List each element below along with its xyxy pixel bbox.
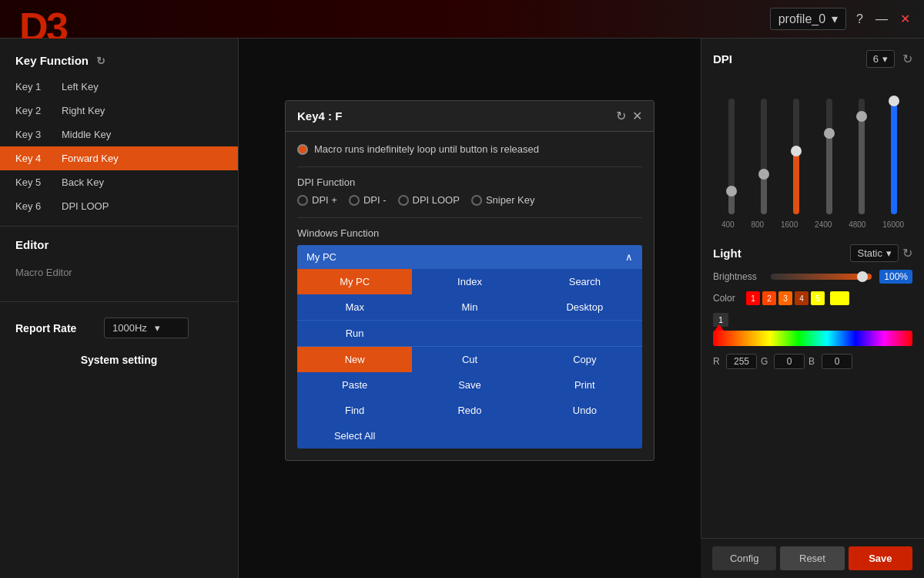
- menu-item-mypc[interactable]: My PC: [297, 269, 412, 294]
- menu-grid-row2: Max Min Desktop: [297, 294, 642, 320]
- menu-grid-row3: Run: [297, 320, 642, 346]
- key-row-key3[interactable]: Key 3 Middle Key: [0, 123, 238, 146]
- modal-overlay: Key4 : F ↻ ✕ Macro runs indefinitely loo…: [239, 39, 701, 578]
- chevron-down-icon: ▾: [882, 53, 888, 65]
- b-label: B: [808, 356, 818, 367]
- refresh-icon[interactable]: ↻: [96, 55, 105, 67]
- dropdown-menu: My PC Index Search Max Min Desktop Run: [297, 269, 642, 449]
- key-row-key2[interactable]: Key 2 Right Key: [0, 99, 238, 123]
- menu-item-save[interactable]: Save: [412, 372, 527, 398]
- menu-item-cut[interactable]: Cut: [412, 347, 527, 372]
- modal-dialog: Key4 : F ↻ ✕ Macro runs indefinitely loo…: [285, 100, 654, 461]
- menu-item-copy[interactable]: Copy: [527, 347, 642, 372]
- color-pointer: [715, 324, 724, 331]
- menu-item-desktop[interactable]: Desktop: [527, 294, 642, 320]
- radio-sniper-key: [471, 195, 482, 206]
- menu-item-undo[interactable]: Undo: [527, 398, 642, 423]
- dpi-refresh-button[interactable]: ↻: [902, 52, 912, 66]
- profile-name: profile_0: [778, 12, 825, 26]
- dpi-loop-option[interactable]: DPI LOOP: [398, 194, 460, 206]
- b-input[interactable]: [822, 354, 852, 369]
- editor-section: Macro Editor: [0, 259, 238, 294]
- menu-item-select-all[interactable]: Select All: [297, 423, 412, 449]
- color-swatch-3[interactable]: 3: [778, 291, 792, 305]
- brightness-slider[interactable]: [771, 274, 872, 280]
- dpi-header: DPI 6 ▾ ↻: [713, 50, 912, 68]
- menu-item-paste[interactable]: Paste: [297, 372, 412, 398]
- modal-actions: ↻ ✕: [616, 109, 642, 123]
- windows-dropdown-header[interactable]: My PC ∧: [297, 245, 642, 269]
- dpi-slider-1600[interactable]: [782, 99, 811, 214]
- macro-editor-button[interactable]: Macro Editor: [15, 263, 223, 282]
- g-input[interactable]: [774, 354, 805, 369]
- color-swatches: 1 2 3 4 5: [746, 291, 849, 305]
- dpi-sliders: [713, 76, 912, 214]
- dpi-slider-4800[interactable]: [847, 99, 875, 214]
- macro-text: Macro runs indefinitely loop until butto…: [314, 143, 539, 155]
- rgb-row: R G B: [713, 354, 912, 369]
- r-label: R: [713, 356, 722, 367]
- dpi-title: DPI: [713, 52, 732, 66]
- dpi-slider-16000[interactable]: [880, 99, 909, 214]
- macro-radio[interactable]: [297, 144, 308, 155]
- sniper-key-option[interactable]: Sniper Key: [471, 194, 535, 206]
- system-setting-button[interactable]: System setting: [0, 346, 238, 374]
- minimize-button[interactable]: —: [869, 9, 894, 29]
- menu-item-empty3: [412, 423, 527, 449]
- menu-item-index[interactable]: Index: [412, 269, 527, 294]
- dpi-section: DPI 6 ▾ ↻: [713, 50, 912, 229]
- dpi-plus-option[interactable]: DPI +: [297, 194, 337, 206]
- light-section: Light Static ▾ ↻ Brightness 100% Color 1…: [713, 244, 912, 369]
- save-button[interactable]: Save: [849, 546, 912, 570]
- dpi-minus-option[interactable]: DPI -: [349, 194, 387, 206]
- dpi-slider-2400[interactable]: [815, 99, 843, 214]
- modal-close-button[interactable]: ✕: [632, 109, 642, 123]
- menu-grid-row7: Select All: [297, 423, 642, 449]
- report-rate-row: Report Rate 1000Hz ▾: [0, 310, 238, 346]
- help-button[interactable]: ?: [850, 9, 869, 29]
- key-list: Key 1 Left Key Key 2 Right Key Key 3 Mid…: [0, 75, 238, 218]
- color-bar-container: 1: [713, 313, 912, 346]
- dpi-value-dropdown[interactable]: 6 ▾: [866, 50, 895, 68]
- config-button[interactable]: Config: [712, 546, 776, 570]
- light-header: Light Static ▾ ↻: [713, 244, 912, 262]
- menu-item-min[interactable]: Min: [412, 294, 527, 320]
- menu-item-find[interactable]: Find: [297, 398, 412, 423]
- menu-item-new[interactable]: New: [297, 347, 412, 372]
- dpi-function-section: DPI Function DPI + DPI - DPI LOOP: [297, 166, 642, 206]
- key-row-key4[interactable]: Key 4 Forward Key: [0, 146, 238, 170]
- menu-item-max[interactable]: Max: [297, 294, 412, 320]
- light-refresh-button[interactable]: ↻: [902, 246, 912, 260]
- menu-item-print[interactable]: Print: [527, 372, 642, 398]
- key-row-key6[interactable]: Key 6 DPI LOOP: [0, 194, 238, 218]
- key-row-key5[interactable]: Key 5 Back Key: [0, 170, 238, 194]
- dpi-slider-400[interactable]: [717, 99, 745, 214]
- sidebar: Key Function ↻ Key 1 Left Key Key 2 Righ…: [0, 39, 239, 578]
- r-input[interactable]: [726, 354, 757, 369]
- menu-item-empty4: [527, 423, 642, 449]
- color-swatch-5[interactable]: 5: [811, 291, 825, 305]
- menu-item-empty1: [412, 321, 527, 346]
- color-swatch-1[interactable]: 1: [746, 291, 760, 305]
- chevron-down-icon: ▾: [832, 12, 838, 26]
- modal-refresh-button[interactable]: ↻: [616, 109, 626, 123]
- radio-dpi-minus: [349, 195, 360, 206]
- report-rate-label: Report Rate: [15, 322, 92, 334]
- color-gradient-bar[interactable]: [713, 331, 912, 346]
- profile-dropdown[interactable]: profile_0 ▾: [770, 8, 846, 30]
- reset-button[interactable]: Reset: [780, 546, 844, 570]
- dpi-slider-800[interactable]: [749, 99, 778, 214]
- menu-item-empty2: [527, 321, 642, 346]
- report-rate-dropdown[interactable]: 1000Hz ▾: [104, 318, 189, 338]
- menu-item-run[interactable]: Run: [297, 321, 412, 346]
- menu-item-search[interactable]: Search: [527, 269, 642, 294]
- color-swatch-4[interactable]: 4: [795, 291, 808, 305]
- windows-dropdown-container: My PC ∧ My PC Index Search Max: [297, 245, 642, 449]
- close-button[interactable]: ✕: [894, 8, 916, 29]
- key-row-key1[interactable]: Key 1 Left Key: [0, 75, 238, 99]
- light-mode-dropdown[interactable]: Static ▾: [850, 244, 899, 262]
- color-gradient-wrapper: [713, 331, 912, 346]
- color-swatch-2[interactable]: 2: [762, 291, 776, 305]
- menu-item-redo[interactable]: Redo: [412, 398, 527, 423]
- menu-grid-row1: My PC Index Search: [297, 269, 642, 294]
